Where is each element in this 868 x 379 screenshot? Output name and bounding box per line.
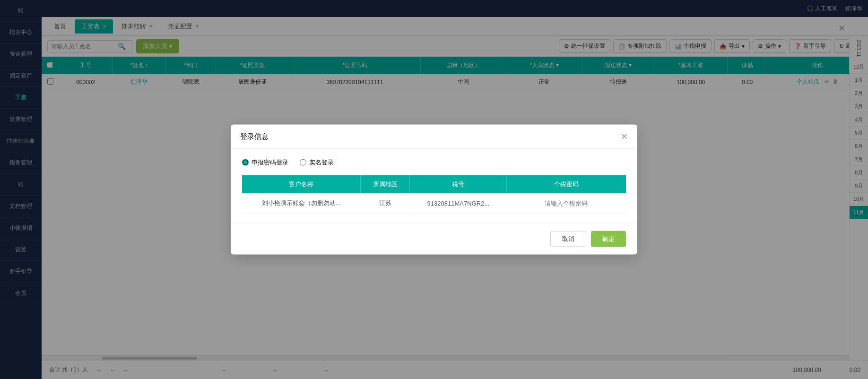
dialog-client-table: 客户名称 所属地区 税号 个税密码 刘小艳演示账套（勿删勿动... 江苏 913… — [242, 175, 626, 214]
dialog-table-row: 刘小艳演示账套（勿删勿动... 江苏 91320811MA7NGR2... — [242, 193, 626, 214]
dialog-cell-password[interactable] — [507, 193, 626, 214]
radio-realname-login[interactable]: 实名登录 — [300, 158, 334, 167]
login-dialog: 登录信息 ✕ 申报密码登录 实名登录 客户名称 所属地区 税号 个税密码 — [231, 125, 637, 255]
dialog-body: 申报密码登录 实名登录 客户名称 所属地区 税号 个税密码 刘小艳演示账套（勿删… — [231, 149, 637, 223]
dialog-cancel-button[interactable]: 取消 — [550, 231, 586, 247]
dialog-title: 登录信息 — [240, 132, 269, 141]
dialog-confirm-button[interactable]: 确定 — [591, 231, 626, 247]
dialog-cell-tax-no: 91320811MA7NGR2... — [410, 193, 507, 214]
radio-realname-input[interactable] — [300, 159, 306, 166]
dialog-close-button[interactable]: ✕ — [621, 131, 628, 142]
tax-password-input[interactable] — [513, 199, 619, 207]
radio-password-login[interactable]: 申报密码登录 — [242, 158, 288, 167]
dialog-footer: 取消 确定 — [231, 223, 637, 255]
dialog-col-region: 所属地区 — [361, 175, 410, 193]
login-type-radio-group: 申报密码登录 实名登录 — [242, 158, 626, 167]
dialog-header: 登录信息 ✕ — [231, 125, 637, 149]
dialog-cell-client-name: 刘小艳演示账套（勿删勿动... — [242, 193, 361, 214]
dialog-cell-region: 江苏 — [361, 193, 410, 214]
dialog-col-password: 个税密码 — [507, 175, 626, 193]
dialog-col-tax-no: 税号 — [410, 175, 507, 193]
radio-password-input[interactable] — [242, 159, 249, 166]
dialog-col-client-name: 客户名称 — [242, 175, 361, 193]
